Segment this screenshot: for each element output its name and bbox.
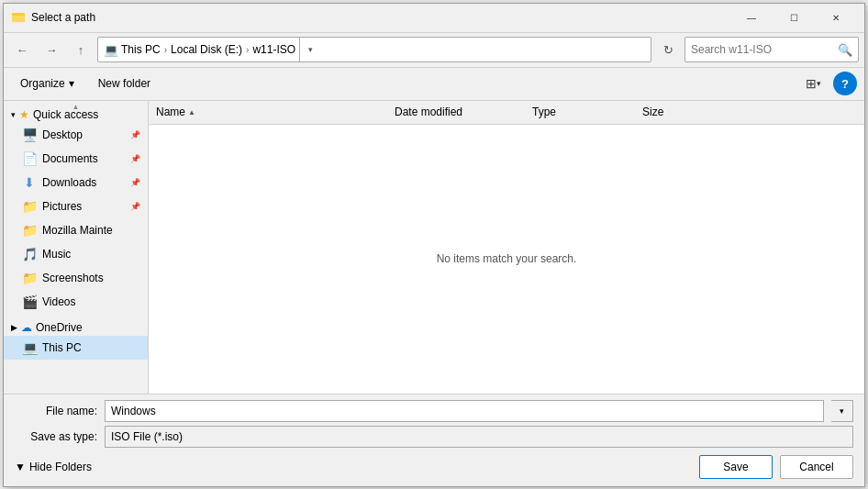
file-list: No items match your search.	[149, 125, 864, 394]
sidebar-item-screenshots-label: Screenshots	[42, 272, 140, 284]
sidebar-item-downloads-label: Downloads	[42, 176, 125, 189]
sidebar-item-videos[interactable]: 🎬 Videos	[4, 290, 148, 314]
quick-access-icon: ★	[19, 108, 29, 121]
sidebar-item-pictures[interactable]: 📁 Pictures 📌	[4, 194, 148, 218]
file-name-input[interactable]	[105, 400, 824, 422]
window-icon	[11, 10, 26, 25]
sidebar-item-thispc[interactable]: 💻 This PC	[4, 336, 148, 360]
content-area: ▲ ▾ ★ Quick access 🖥️ Desktop 📌 📄 Docume…	[4, 101, 864, 394]
view-icon: ⊞	[806, 76, 817, 91]
help-button[interactable]: ?	[833, 72, 857, 95]
cancel-button[interactable]: Cancel	[780, 455, 853, 479]
hide-folders-label: Hide Folders	[29, 461, 92, 473]
sidebar-item-screenshots[interactable]: 📁 Screenshots	[4, 266, 148, 290]
downloads-icon: ⬇	[22, 175, 37, 190]
maximize-button[interactable]: ☐	[773, 3, 815, 32]
music-icon: 🎵	[22, 247, 37, 261]
back-button[interactable]: ←	[9, 37, 35, 62]
address-bar[interactable]: 💻 This PC › Local Disk (E:) › w11-ISO ▾	[97, 37, 651, 62]
videos-icon: 🎬	[22, 295, 37, 309]
search-input[interactable]	[691, 43, 834, 56]
screenshots-icon: 📁	[22, 271, 37, 285]
mozilla-icon: 📁	[22, 223, 37, 238]
quick-access-arrow: ▾	[11, 110, 16, 119]
sidebar-item-music-label: Music	[42, 248, 140, 261]
empty-message: No items match your search.	[437, 252, 577, 265]
breadcrumb-thispc-label: This PC	[121, 43, 161, 56]
pictures-icon: 📁	[22, 199, 37, 214]
sidebar-item-thispc-label: This PC	[42, 341, 140, 354]
column-name-header[interactable]: Name ▲	[156, 106, 395, 118]
title-bar: Select a path — ☐ ✕	[4, 4, 864, 33]
pin-icon-documents: 📌	[130, 154, 140, 163]
column-type-label: Type	[532, 106, 556, 118]
column-headers: Name ▲ Date modified Type Size	[149, 101, 864, 125]
dialog-window: Select a path — ☐ ✕ ← → ↑ 💻 This PC › Lo…	[3, 3, 865, 487]
sort-arrow-up: ▲	[188, 108, 195, 117]
organize-arrow: ▾	[69, 77, 74, 90]
view-arrow: ▾	[817, 79, 821, 88]
save-as-type-label: Save as type:	[15, 430, 97, 443]
breadcrumb-sep-2: ›	[246, 45, 249, 55]
svg-rect-1	[12, 16, 25, 22]
scroll-up-indicator: ▲	[72, 101, 80, 113]
breadcrumb-w11iso-label: w11-ISO	[252, 43, 295, 56]
breadcrumb-localdisk[interactable]: Local Disk (E:)	[171, 43, 242, 56]
address-dropdown-button[interactable]: ▾	[299, 37, 321, 62]
file-type-row: Save as type: ISO File (*.iso) All Files…	[4, 426, 864, 451]
onedrive-label: OneDrive	[36, 321, 83, 334]
sidebar-group-onedrive[interactable]: ▶ ☁ OneDrive	[4, 314, 148, 336]
sidebar-item-documents-label: Documents	[42, 152, 125, 165]
sidebar-item-music[interactable]: 🎵 Music	[4, 242, 148, 266]
toolbar: Organize ▾ New folder ⊞ ▾ ?	[4, 68, 864, 101]
sidebar-item-desktop-label: Desktop	[42, 128, 125, 141]
search-box: 🔍	[684, 37, 859, 62]
search-icon[interactable]: 🔍	[838, 43, 852, 57]
view-toggle-button[interactable]: ⊞ ▾	[798, 72, 828, 95]
breadcrumb-w11iso[interactable]: w11-ISO	[252, 43, 295, 56]
save-button[interactable]: Save	[699, 455, 773, 479]
up-button[interactable]: ↑	[68, 37, 94, 62]
thispc-icon: 💻	[104, 43, 118, 57]
documents-icon: 📄	[22, 151, 37, 166]
breadcrumb-sep-1: ›	[164, 45, 167, 55]
column-type-header[interactable]: Type	[532, 106, 642, 118]
breadcrumb-thispc[interactable]: 💻 This PC	[104, 43, 161, 57]
sidebar-item-downloads[interactable]: ⬇ Downloads 📌	[4, 171, 148, 194]
column-size-header[interactable]: Size	[642, 106, 725, 118]
file-name-dropdown-button[interactable]: ▾	[831, 400, 853, 422]
organize-button[interactable]: Organize ▾	[11, 72, 83, 95]
refresh-button[interactable]: ↻	[655, 37, 681, 62]
file-type-select[interactable]: ISO File (*.iso) All Files (*.*)	[105, 426, 853, 448]
window-title: Select a path	[31, 11, 730, 24]
bottom-bar: File name: ▾ Save as type: ISO File (*.i…	[4, 394, 864, 486]
file-name-label: File name:	[15, 405, 97, 417]
minimize-button[interactable]: —	[730, 3, 773, 32]
window-controls: — ☐ ✕	[730, 3, 857, 32]
pin-icon-pictures: 📌	[130, 202, 140, 211]
sidebar-item-videos-label: Videos	[42, 295, 140, 308]
main-content: Name ▲ Date modified Type Size No items …	[149, 101, 864, 394]
onedrive-arrow: ▶	[11, 323, 17, 332]
onedrive-icon: ☁	[21, 321, 32, 334]
column-name-label: Name	[156, 106, 185, 118]
file-name-row: File name: ▾	[4, 395, 864, 426]
thispc-sidebar-icon: 💻	[22, 340, 37, 355]
pin-icon-downloads: 📌	[130, 178, 140, 187]
column-size-label: Size	[642, 106, 663, 118]
close-button[interactable]: ✕	[815, 3, 857, 32]
sidebar-item-desktop[interactable]: 🖥️ Desktop 📌	[4, 123, 148, 147]
hide-folders-icon: ▼	[15, 461, 26, 473]
new-folder-button[interactable]: New folder	[89, 72, 160, 95]
forward-button[interactable]: →	[39, 37, 64, 62]
breadcrumb-localdisk-label: Local Disk (E:)	[171, 43, 242, 56]
sidebar-item-documents[interactable]: 📄 Documents 📌	[4, 147, 148, 171]
hide-folders-button[interactable]: ▼ Hide Folders	[15, 461, 92, 473]
navigation-bar: ← → ↑ 💻 This PC › Local Disk (E:) › w11-…	[4, 33, 864, 68]
column-date-label: Date modified	[395, 106, 462, 118]
sidebar-item-mozilla[interactable]: 📁 Mozilla Mainte	[4, 218, 148, 242]
pin-icon-desktop: 📌	[130, 130, 140, 139]
quick-access-label: Quick access	[33, 108, 98, 121]
sidebar: ▲ ▾ ★ Quick access 🖥️ Desktop 📌 📄 Docume…	[4, 101, 149, 394]
column-date-header[interactable]: Date modified	[395, 106, 532, 118]
